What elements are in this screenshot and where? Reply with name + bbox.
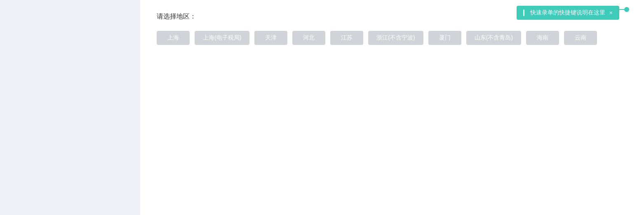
region-button-xiamen[interactable]: 厦门: [428, 31, 461, 45]
region-button-shanghai[interactable]: 上海: [157, 31, 190, 45]
region-button-zhejiang[interactable]: 浙江(不含宁波): [368, 31, 423, 45]
region-buttons: 上海上海(电子税局)天津河北江苏浙江(不含宁波)厦门山东(不含青岛)海南云南: [157, 31, 628, 45]
tooltip-text: 快速录单的快捷键说明在这里: [530, 9, 605, 16]
tooltip-banner: 快速录单的快捷键说明在这里 ×: [517, 6, 619, 20]
region-button-tianjin[interactable]: 天津: [254, 31, 287, 45]
main-content: 请选择地区： 上海上海(电子税局)天津河北江苏浙江(不含宁波)厦门山东(不含青岛…: [140, 0, 644, 215]
region-button-hainan[interactable]: 海南: [526, 31, 559, 45]
region-button-shanghai-etax[interactable]: 上海(电子税局): [195, 31, 249, 45]
region-button-hebei[interactable]: 河北: [292, 31, 325, 45]
close-icon[interactable]: ×: [609, 9, 613, 16]
region-button-yunnan[interactable]: 云南: [564, 31, 597, 45]
region-button-shandong[interactable]: 山东(不含青岛): [466, 31, 521, 45]
left-sidebar: [0, 0, 140, 215]
region-button-jiangsu[interactable]: 江苏: [330, 31, 363, 45]
connector-dot: [624, 7, 629, 12]
